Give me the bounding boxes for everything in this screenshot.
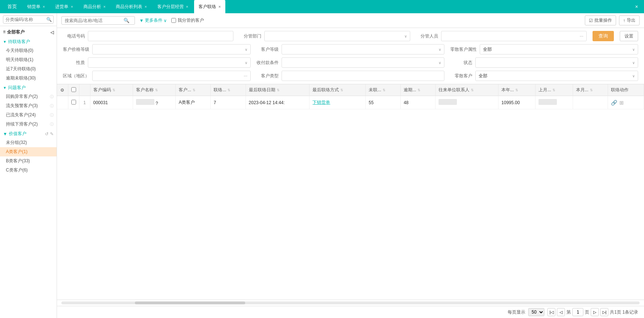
phone-input[interactable]: [88, 31, 233, 41]
sparse-attr-select[interactable]: 全部 ∨: [480, 44, 638, 54]
sidebar-item-declining[interactable]: 持续下滑客户(2) ⓘ: [0, 120, 57, 129]
col-last-contact-method[interactable]: 最后联络方式⇅: [310, 84, 366, 96]
select-all-checkbox[interactable]: [71, 87, 76, 92]
close-tab-customer-contact[interactable]: ×: [218, 4, 221, 9]
nature-select[interactable]: ∨: [88, 57, 251, 68]
col-last-month[interactable]: 上月...⇅: [536, 84, 573, 96]
row-link-icon[interactable]: 🔗: [611, 100, 617, 106]
more-filters-button[interactable]: ▼ 更多条件 ∨: [139, 17, 167, 24]
region-select[interactable]: ···: [92, 71, 251, 81]
row-grid-icon[interactable]: ⊞: [619, 100, 624, 106]
last-month-grayed: [539, 99, 557, 105]
payment-select[interactable]: ∨: [282, 57, 444, 68]
horizontal-scrollbar[interactable]: [61, 301, 640, 304]
sort-icon-unit: ⇅: [471, 88, 474, 92]
close-tab-analysis[interactable]: ×: [103, 4, 105, 9]
sidebar-search-icon[interactable]: 🔍: [46, 17, 52, 22]
scrollbar-thumb[interactable]: [135, 301, 245, 304]
col-last-contact-date[interactable]: 最后联络日期⇅: [246, 84, 310, 96]
table-row: 1 000031 ? A类客户 7 2023-04-12 14:44: 下销货单…: [57, 96, 644, 109]
col-customer-type[interactable]: 客户...⇅: [176, 84, 211, 96]
customer-level-select[interactable]: ∨: [282, 44, 444, 54]
last-page-button[interactable]: ▷|: [600, 308, 608, 316]
person-dots-icon[interactable]: ···: [580, 33, 583, 39]
sidebar-item-today[interactable]: 今天待联络(0): [0, 46, 57, 55]
filter-search-box: 🔍: [61, 16, 135, 25]
col-current-year[interactable]: 本年...⇅: [498, 84, 536, 96]
filter-status: 状态 ∨: [450, 57, 638, 68]
nav-home[interactable]: 首页: [3, 3, 21, 10]
query-button[interactable]: 查询: [593, 31, 614, 41]
col-customer-code[interactable]: 客户编码⇅: [90, 84, 133, 96]
settings-gear-col[interactable]: ⚙: [57, 84, 68, 96]
select-all-col[interactable]: [68, 84, 79, 96]
my-customers-checkbox[interactable]: 我分管的客户: [171, 17, 204, 24]
filter-icon: ▼: [139, 18, 144, 23]
sidebar-wait-contact-group[interactable]: ▼ 待联络客户: [0, 37, 57, 46]
row-select-checkbox[interactable]: [71, 100, 76, 105]
close-tab-purchase[interactable]: ×: [71, 4, 73, 9]
col-current-month[interactable]: 本月...⇅: [573, 84, 608, 96]
customer-level-chevron-icon: ∨: [439, 47, 441, 52]
nav-tab-analysis-list[interactable]: 商品分析列表 ×: [111, 0, 151, 13]
close-tab-sales[interactable]: ×: [43, 4, 45, 9]
row-last-contact-method[interactable]: 下销货单: [310, 96, 366, 109]
region-dots-icon[interactable]: ···: [244, 73, 247, 78]
close-all-tabs[interactable]: ×: [632, 2, 641, 11]
dept-select[interactable]: ∨: [264, 31, 410, 41]
col-no-contact[interactable]: 未联...⇅: [365, 84, 400, 96]
sidebar-item-overdue[interactable]: 逾期未联络(30): [0, 74, 57, 83]
first-page-button[interactable]: |◁: [547, 308, 555, 316]
next-page-button[interactable]: ▷: [591, 308, 599, 316]
col-customer-name[interactable]: 客户名称⇅: [133, 84, 175, 96]
col-unit-contact[interactable]: 往来单位联系人⇅: [436, 84, 498, 96]
sort-icon-type: ⇅: [193, 88, 196, 92]
row-contact-count: 7: [211, 96, 246, 109]
my-customers-check[interactable]: [171, 18, 176, 23]
customer-type-input[interactable]: [282, 71, 444, 81]
sidebar-item-7days[interactable]: 近7天待联络(0): [0, 64, 57, 74]
nav-tab-sales[interactable]: 销货单 ×: [23, 0, 49, 13]
price-level-select[interactable]: ∨: [92, 44, 251, 54]
row-checkbox[interactable]: [68, 96, 79, 109]
nav-tab-purchase[interactable]: 进货单 ×: [51, 0, 77, 13]
export-button[interactable]: ↑ 导出: [619, 15, 640, 25]
sidebar-problem-customers-group[interactable]: ▼ 问题客户: [0, 83, 57, 92]
refresh-icon[interactable]: ↺: [45, 131, 49, 137]
sidebar-item-class-b[interactable]: B类客户(33): [0, 156, 57, 166]
col-contact-count[interactable]: 联络...⇅: [211, 84, 246, 96]
batch-operation-button[interactable]: ☑ 批量操作: [585, 15, 616, 25]
sidebar-item-class-a[interactable]: A类客户(1): [0, 147, 57, 156]
per-page-select[interactable]: 50: [528, 308, 544, 316]
filter-search-input[interactable]: [65, 18, 124, 23]
filter-search-icon[interactable]: 🔍: [124, 18, 129, 23]
sidebar-collapse-icon[interactable]: ◁: [50, 30, 54, 35]
person-select[interactable]: ···: [441, 31, 587, 41]
status-select[interactable]: ∨: [475, 57, 638, 68]
close-tab-analysis-list[interactable]: ×: [144, 4, 147, 9]
filter-payment: 收付款条件 ∨: [257, 57, 444, 68]
settings-button[interactable]: 设置: [620, 31, 638, 41]
row-code: 000031: [90, 96, 133, 109]
edit-icon[interactable]: ✎: [50, 131, 54, 137]
page-number-input[interactable]: [572, 308, 583, 316]
filter-customer-type: 客户类型: [257, 71, 444, 81]
nav-tab-customer-segment[interactable]: 客户分层经营 ×: [153, 0, 193, 13]
prev-page-button[interactable]: ◁: [557, 308, 565, 316]
sidebar-value-customers-header[interactable]: ▼ 价值客户 ↺ ✎: [0, 129, 57, 138]
customer-type-label: 客户类型: [257, 73, 279, 79]
sidebar-item-tomorrow[interactable]: 明天待联络(1): [0, 55, 57, 64]
nav-tab-analysis[interactable]: 商品分析 ×: [79, 0, 110, 13]
close-tab-customer-segment[interactable]: ×: [186, 4, 188, 9]
sidebar-item-ungraded[interactable]: 未分组(32): [0, 138, 57, 147]
col-overdue[interactable]: 逾期...⇅: [401, 84, 436, 96]
sparse-select[interactable]: 全部 ∨: [475, 71, 638, 81]
sidebar-item-loss-warning[interactable]: 流失预警客户(3) ⓘ: [0, 101, 57, 110]
contact-method-link[interactable]: 下销货单: [312, 100, 330, 105]
nav-tab-customer-contact[interactable]: 客户联络 ×: [194, 0, 225, 13]
total-records-label: 共1页 1条记录: [610, 309, 638, 315]
sidebar-item-lost[interactable]: 已流失客户(24) ⓘ: [0, 110, 57, 120]
sidebar-item-abnormal[interactable]: 回购异常客户(2) ⓘ: [0, 92, 57, 101]
page-label: 第: [566, 309, 571, 315]
sidebar-item-class-c[interactable]: C类客户(6): [0, 166, 57, 175]
